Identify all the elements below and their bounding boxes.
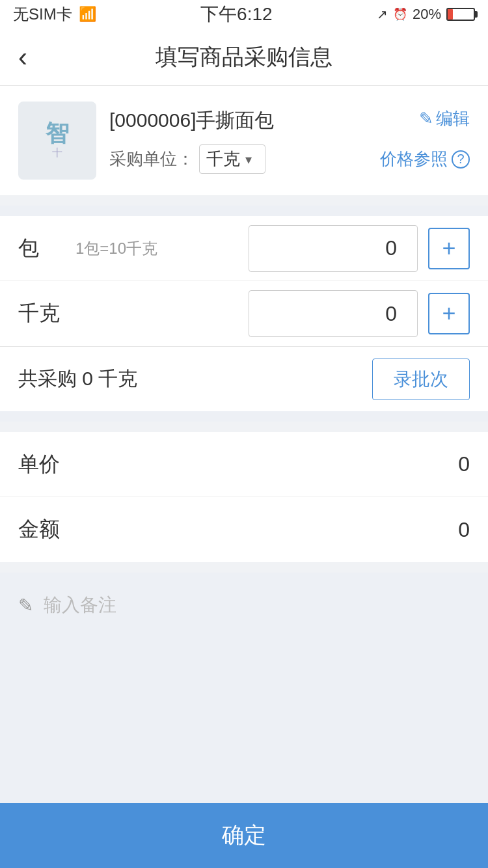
note-section[interactable]: ✎ 输入备注 xyxy=(0,573,488,638)
unit-price-label: 单价 xyxy=(18,450,60,479)
bao-row: 包 1包=10千克 + xyxy=(0,216,488,281)
price-section: 单价 0 金额 0 xyxy=(0,432,488,562)
kg-input-right: + xyxy=(70,290,470,337)
price-ref-label: 价格参照 xyxy=(380,148,448,170)
location-icon: ↗ xyxy=(377,7,388,22)
price-ref-button[interactable]: 价格参照 ? xyxy=(380,148,470,170)
status-right: ↗ ⏰ 20% xyxy=(377,6,475,23)
wifi-icon: 📶 xyxy=(79,6,96,23)
confirm-label: 确定 xyxy=(222,821,266,850)
summary-text: 共采购 0 千克 xyxy=(18,366,137,392)
edit-icon: ✎ xyxy=(419,109,433,129)
product-info: [0000006]手撕面包 ✎ 编辑 采购单位： 千克 ▾ 价格参照 ? xyxy=(109,107,470,174)
status-bar: 无SIM卡 📶 下午6:12 ↗ ⏰ 20% xyxy=(0,0,488,29)
price-ref-icon: ? xyxy=(452,150,470,169)
amount-value: 0 xyxy=(458,518,470,542)
unit-select[interactable]: 千克 ▾ xyxy=(199,144,265,174)
battery-icon xyxy=(446,8,475,21)
input-section: 包 1包=10千克 + 千克 + xyxy=(0,216,488,346)
product-card: 智 十 [0000006]手撕面包 ✎ 编辑 采购单位： 千克 ▾ xyxy=(0,86,488,195)
battery-pct: 20% xyxy=(413,6,441,23)
product-unit-row: 采购单位： 千克 ▾ 价格参照 ? xyxy=(109,144,470,174)
note-icon: ✎ xyxy=(18,595,33,616)
unit-price-row: 单价 0 xyxy=(0,432,488,497)
kg-row: 千克 + xyxy=(0,281,488,346)
main-content: 智 十 [0000006]手撕面包 ✎ 编辑 采购单位： 千克 ▾ xyxy=(0,86,488,868)
status-left: 无SIM卡 📶 xyxy=(13,4,96,25)
kg-plus-button[interactable]: + xyxy=(428,293,470,334)
bao-input-right: + xyxy=(157,225,470,272)
bao-label: 包 xyxy=(18,234,70,263)
back-button[interactable]: ‹ xyxy=(18,42,27,73)
section-divider-1 xyxy=(0,206,488,216)
alarm-icon: ⏰ xyxy=(393,7,407,21)
product-logo: 智 十 xyxy=(46,122,69,160)
carrier-text: 无SIM卡 xyxy=(13,4,72,25)
amount-row: 金额 0 xyxy=(0,497,488,562)
nav-bar: ‹ 填写商品采购信息 xyxy=(0,29,488,86)
edit-label: 编辑 xyxy=(436,107,470,130)
bao-plus-button[interactable]: + xyxy=(428,228,470,269)
summary-row: 共采购 0 千克 录批次 xyxy=(0,346,488,411)
unit-price-value: 0 xyxy=(458,452,470,476)
section-divider-2 xyxy=(0,411,488,422)
product-image: 智 十 xyxy=(18,102,96,180)
unit-dropdown-icon: ▾ xyxy=(245,152,252,167)
bao-sublabel: 1包=10千克 xyxy=(75,238,157,259)
page-title: 填写商品采购信息 xyxy=(156,42,332,72)
note-placeholder: 输入备注 xyxy=(44,593,116,617)
product-header: [0000006]手撕面包 ✎ 编辑 xyxy=(109,107,470,134)
amount-label: 金额 xyxy=(18,515,60,544)
kg-label: 千克 xyxy=(18,299,70,328)
unit-value: 千克 xyxy=(206,148,240,170)
status-time: 下午6:12 xyxy=(200,2,273,27)
kg-input[interactable] xyxy=(249,290,418,337)
unit-label: 采购单位： xyxy=(109,148,194,170)
record-batch-button[interactable]: 录批次 xyxy=(372,359,470,400)
product-name: [0000006]手撕面包 xyxy=(109,107,274,134)
edit-button[interactable]: ✎ 编辑 xyxy=(419,107,470,130)
confirm-bar[interactable]: 确定 xyxy=(0,803,488,868)
bao-input[interactable] xyxy=(249,225,418,272)
